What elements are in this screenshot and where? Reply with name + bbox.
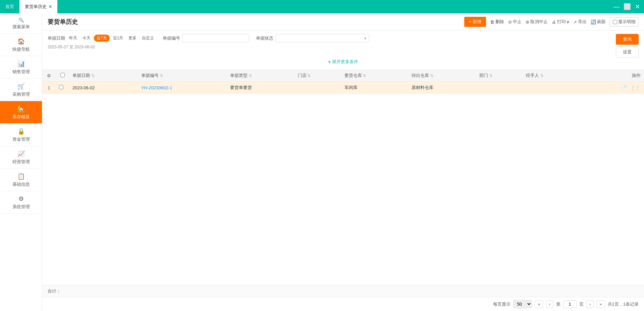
top-bar: 首页 要货单历史 ✕ — ⬜ ✕ [0, 0, 644, 13]
date-btn-custom[interactable]: 自定义 [140, 35, 156, 42]
th-req-warehouse-label: 要货仓库 [344, 73, 362, 78]
docstatus-input[interactable] [275, 34, 369, 42]
table-container: ⚙ 单据日期 ⇅ 单据编号 ⇅ [42, 70, 644, 285]
date-btn-more[interactable]: 更多 [126, 35, 139, 42]
row-more-icon[interactable]: ⋮⋮ [630, 84, 641, 91]
th-doc-type-label: 单据类型 [230, 73, 248, 78]
expand-more-btn[interactable]: ▾ 展开更多条件 [48, 57, 639, 66]
sidebar-item-label-operations: 经营管理 [12, 159, 30, 165]
th-pending-warehouse[interactable]: 待出仓库 ⇅ [408, 70, 476, 82]
new-button[interactable]: + 新增 [464, 17, 486, 27]
row-checkbox[interactable] [59, 85, 63, 89]
sidebar-item-quick-nav[interactable]: 🏠 快捷导航 [0, 34, 42, 56]
table-row: 1 2023-06-02 YH-20230602-1 要货单要货 [42, 82, 644, 94]
sidebar-item-system[interactable]: ⚙ 系统管理 [0, 191, 42, 214]
total-info: 共1页，1条记录 [608, 301, 639, 307]
date-btn-today[interactable]: 今天 [80, 35, 93, 42]
sidebar: 🔍 搜索菜单 🏠 快捷导航 📊 销售管理 🛒 采购管理 🏡 库存核算 🔒 资金管… [0, 13, 42, 311]
th-doc-date[interactable]: 单据日期 ⇅ [69, 70, 138, 82]
operations-icon: 📈 [17, 150, 25, 158]
prev-page-btn[interactable]: ‹ [546, 300, 553, 308]
show-detail-button[interactable]: 显示明细 [610, 17, 639, 27]
td-checkbox [56, 82, 69, 94]
filter-row-1: 单据日期 昨天 今天 近7天 近1月 更多 自定义 [48, 34, 609, 42]
date-btn-7days[interactable]: 近7天 [94, 35, 110, 42]
finance-icon: 🔒 [17, 128, 25, 135]
expand-more-label: 展开更多条件 [332, 59, 358, 65]
delete-icon: 🗑 [490, 19, 494, 25]
th-pending-warehouse-label: 待出仓库 [412, 73, 429, 78]
sidebar-item-inventory[interactable]: 🏡 库存核算 [0, 101, 42, 124]
sidebar-item-operations[interactable]: 📈 经营管理 [0, 146, 42, 169]
sidebar-item-purchase[interactable]: 🛒 采购管理 [0, 79, 42, 101]
page-unit: 页 [579, 301, 584, 307]
system-icon: ⚙ [18, 195, 24, 203]
sort-handler-icon: ⇅ [540, 74, 543, 78]
window-close-icon[interactable]: ✕ [635, 3, 640, 10]
page-input[interactable] [563, 300, 577, 308]
th-department[interactable]: 部门 ⇅ [476, 70, 523, 82]
cancel-stop-icon: ⊛ [526, 19, 529, 25]
row-edit-icon[interactable]: 📄 [620, 84, 627, 91]
first-page-btn[interactable]: « [535, 300, 543, 308]
export-icon: ↗ [573, 19, 577, 25]
window-max-icon[interactable]: ⬜ [624, 3, 631, 10]
delete-button[interactable]: 🗑 删除 [490, 19, 504, 25]
th-req-warehouse[interactable]: 要货仓库 ⇅ [341, 70, 409, 82]
print-icon: 🖨 [552, 19, 556, 25]
per-page-label: 每页显示 [493, 301, 511, 307]
search-menu-icon: 🔍 [18, 17, 24, 23]
date-range-display: 2023-05-27 至 2023-06-02 [48, 44, 609, 50]
page-title: 要货单历史 [48, 18, 464, 26]
th-handler[interactable]: 经手人 ⇅ [523, 70, 580, 82]
query-button[interactable]: 查询 [616, 34, 639, 45]
filter-settings-button[interactable]: 设置 [616, 47, 639, 57]
select-all-checkbox[interactable] [60, 73, 65, 77]
th-doc-type[interactable]: 单据类型 ⇅ [227, 70, 294, 82]
th-action-label: 操作 [632, 73, 641, 78]
print-button[interactable]: 🖨 打印 ▾ [552, 19, 569, 25]
tab-home-label: 首页 [5, 4, 14, 10]
toolbar: + 新增 🗑 删除 ⊘ 中止 ⊛ 取消中止 🖨 打印 ▾ [464, 17, 639, 27]
th-store-label: 门店 [298, 73, 307, 78]
sidebar-item-search-menu[interactable]: 🔍 搜索菜单 [0, 13, 42, 34]
page-header: 要货单历史 + 新增 🗑 删除 ⊘ 中止 ⊛ 取消中止 🖨 打印 [42, 13, 644, 31]
date-btn-yesterday[interactable]: 昨天 [67, 35, 79, 42]
td-index: 1 [42, 82, 56, 94]
show-detail-checkbox[interactable] [613, 20, 617, 24]
docnum-input[interactable] [182, 34, 249, 42]
tab-home[interactable]: 首页 [0, 0, 19, 13]
sidebar-item-label-basic: 基础信息 [12, 181, 30, 187]
refresh-button[interactable]: 🔄 刷新 [591, 19, 606, 25]
sidebar-item-sales[interactable]: 📊 销售管理 [0, 56, 42, 79]
main-layout: 🔍 搜索菜单 🏠 快捷导航 📊 销售管理 🛒 采购管理 🏡 库存核算 🔒 资金管… [0, 13, 644, 311]
td-action: 📄 ⋮⋮ [580, 82, 644, 94]
tab-requisition-history[interactable]: 要货单历史 ✕ [19, 0, 57, 13]
last-page-btn[interactable]: » [596, 300, 605, 308]
sidebar-item-label-purchase: 采购管理 [12, 91, 30, 97]
cancel-stop-button[interactable]: ⊛ 取消中止 [526, 19, 548, 25]
stop-button[interactable]: ⊘ 中止 [508, 19, 522, 25]
per-page-select[interactable]: 50 100 200 [513, 300, 532, 308]
window-min-icon[interactable]: — [613, 3, 620, 10]
date-btn-1month[interactable]: 近1月 [111, 35, 125, 42]
th-department-label: 部门 [479, 73, 488, 78]
data-table: ⚙ 单据日期 ⇅ 单据编号 ⇅ [42, 70, 644, 94]
sales-icon: 📊 [17, 60, 25, 68]
sidebar-item-label-system: 系统管理 [12, 204, 30, 210]
next-page-btn[interactable]: › [586, 300, 594, 308]
export-label: 导出 [578, 19, 587, 25]
th-settings[interactable]: ⚙ [42, 70, 56, 82]
sidebar-item-basic-info[interactable]: 📋 基础信息 [0, 169, 42, 191]
th-store[interactable]: 门店 ⇅ [294, 70, 341, 82]
export-button[interactable]: ↗ 导出 [573, 19, 587, 25]
th-doc-number[interactable]: 单据编号 ⇅ [138, 70, 227, 82]
docstatus-label: 单据状态 [256, 35, 273, 41]
th-doc-number-label: 单据编号 [141, 73, 159, 78]
delete-label: 删除 [495, 19, 504, 25]
sidebar-item-finance[interactable]: 🔒 资金管理 [0, 124, 42, 146]
tab-close-icon[interactable]: ✕ [49, 4, 52, 9]
doc-number-link[interactable]: YH-20230602-1 [141, 85, 172, 90]
sort-doc-date-icon: ⇅ [91, 74, 94, 78]
date-range-text: 2023-05-27 至 2023-06-02 [48, 45, 95, 49]
